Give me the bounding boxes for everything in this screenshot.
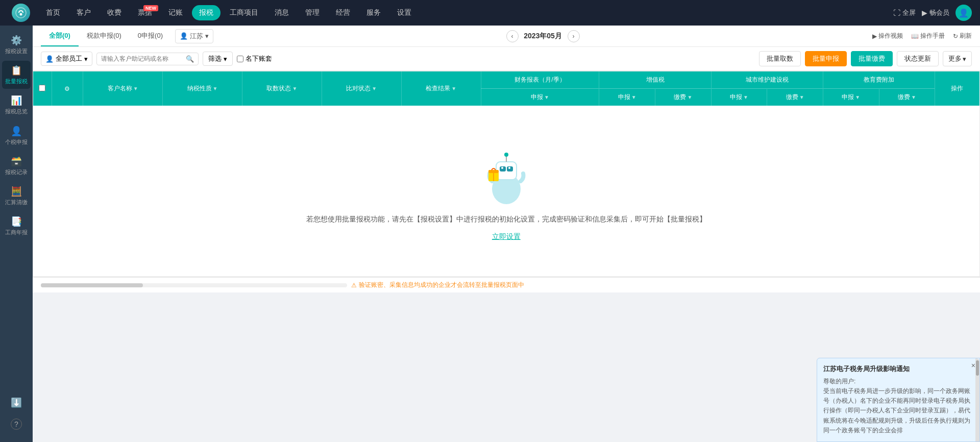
- nav-billing[interactable]: 收费: [100, 5, 129, 20]
- tab-zero-declaration[interactable]: 0申报(0): [130, 26, 171, 46]
- vip-button[interactable]: ▶ 畅会员: [922, 8, 949, 17]
- notification-panel: × 江苏电子税务局升级影响通知 尊敬的用户: 受当前电子税务局进一步升级的影响，…: [817, 358, 980, 442]
- th-financial-declare: 申报 ▼: [481, 89, 599, 106]
- notification-scroll-thumb: [976, 360, 979, 376]
- more-icon: ▾: [963, 55, 966, 63]
- region-selector[interactable]: 👤 江苏 ▾: [175, 29, 213, 43]
- sidebar-download[interactable]: ⬇️: [2, 393, 31, 412]
- search-input[interactable]: [101, 55, 184, 62]
- nav-operation[interactable]: 经营: [329, 5, 357, 20]
- download-icon: ⬇️: [11, 397, 22, 408]
- status-warning: ⚠ 验证账密、采集信息均成功的企业才会流转至批量报税页面中: [351, 281, 524, 289]
- th-fetch-status: 取数状态 ▼: [242, 71, 322, 106]
- annual-report-icon: 📑: [11, 216, 22, 227]
- employee-selector[interactable]: 👤 全部员工 ▾: [41, 52, 92, 66]
- sidebar-item-tax-settings[interactable]: ⚙️ 报税设置: [2, 31, 31, 59]
- batch-declare-button[interactable]: 批量申报: [805, 51, 847, 66]
- svg-point-7: [508, 167, 510, 169]
- batch-fetch-button[interactable]: 批量取数: [759, 51, 801, 66]
- video-link[interactable]: ▶ 操作视频: [872, 32, 903, 40]
- sidebar-help[interactable]: ?: [2, 414, 31, 434]
- th-financial-report: 财务报表（月/季）: [481, 71, 599, 89]
- tab-all[interactable]: 全部(0): [41, 26, 79, 46]
- person-icon: 👤: [180, 32, 188, 40]
- main-table: ⚙ 客户名称 ▼ 纳税性质 ▼: [33, 71, 979, 277]
- user-icon: 👤: [45, 55, 54, 63]
- avatar-icon: 👤: [959, 8, 969, 18]
- th-customer-name: 客户名称 ▼: [83, 71, 163, 106]
- sidebar-item-tax-summary[interactable]: 📊 报税总览: [2, 91, 31, 119]
- sort-icon-fin-declare: ▼: [544, 94, 549, 100]
- nav-management[interactable]: 管理: [298, 5, 327, 20]
- th-vat-pay: 缴费 ▼: [655, 89, 712, 106]
- nav-service[interactable]: 服务: [359, 5, 388, 20]
- th-city-pay: 缴费 ▼: [767, 89, 823, 106]
- nav-accounting[interactable]: 记账: [161, 5, 190, 20]
- name-account-check[interactable]: [237, 56, 243, 62]
- sidebar-item-personal-tax[interactable]: 👤 个税申报: [2, 121, 31, 150]
- name-account-checkbox[interactable]: 名下账套: [237, 54, 272, 63]
- sort-icon-vat-pay: ▼: [687, 94, 692, 100]
- tax-settings-icon: ⚙️: [11, 35, 22, 46]
- nav-message[interactable]: 消息: [267, 5, 296, 20]
- data-table-wrap: ⚙ 客户名称 ▼ 纳税性质 ▼: [33, 71, 980, 277]
- sort-icon-taxtype: ▼: [213, 86, 218, 91]
- prev-month-button[interactable]: ‹: [506, 30, 519, 42]
- main-layout: ⚙️ 报税设置 📋 批量报税 📊 报税总览 👤 个税申报 🗃️ 报税记录 🧮 汇…: [0, 26, 980, 442]
- warning-icon: ⚠: [351, 282, 357, 289]
- sidebar-item-annual-report[interactable]: 📑 工商年报: [2, 212, 31, 240]
- sort-icon-city-declare: ▼: [743, 94, 748, 100]
- main-content-area: 全部(0) 税款申报(0) 0申报(0) 👤 江苏 ▾ ‹ 2023年05月 ›: [33, 26, 980, 442]
- book-icon: 📖: [911, 33, 919, 40]
- tax-summary-icon: 📊: [11, 95, 22, 106]
- notification-close-button[interactable]: ×: [971, 361, 975, 370]
- batch-pay-button[interactable]: 批量缴费: [851, 51, 893, 66]
- status-update-button[interactable]: 状态更新: [897, 51, 939, 66]
- fullscreen-button[interactable]: ⛶ 全屏: [893, 8, 916, 17]
- select-all-checkbox[interactable]: [39, 85, 45, 91]
- more-button[interactable]: 更多 ▾: [943, 51, 972, 66]
- tab-bar-left: 全部(0) 税款申报(0) 0申报(0) 👤 江苏 ▾: [41, 26, 213, 46]
- scroll-track[interactable]: [41, 283, 347, 287]
- sidebar-label-personal-tax: 个税申报: [5, 139, 28, 145]
- video-icon: ▶: [872, 33, 877, 40]
- robot-illustration: [473, 140, 540, 207]
- sidebar-label-tax-record: 报税记录: [5, 169, 28, 176]
- sort-icon-checkresult: ▼: [451, 86, 456, 91]
- th-vat-declare: 申报 ▼: [599, 89, 655, 106]
- sidebar-item-tax-record[interactable]: 🗃️ 报税记录: [2, 152, 31, 180]
- th-checkbox: [33, 71, 52, 106]
- nav-customer[interactable]: 客户: [69, 5, 98, 20]
- setup-link[interactable]: 立即设置: [492, 232, 521, 241]
- nav-industry[interactable]: 工商项目: [223, 5, 265, 20]
- nav-tax[interactable]: 报税: [192, 5, 220, 20]
- sidebar-item-settlement[interactable]: 🧮 汇算清缴: [2, 182, 31, 210]
- nav-invoice[interactable]: 票据 NEW: [131, 5, 159, 20]
- new-badge: NEW: [143, 5, 158, 11]
- nav-settings[interactable]: 设置: [390, 5, 419, 20]
- current-month: 2023年05月: [523, 32, 564, 41]
- sort-icon-city-pay: ▼: [799, 94, 804, 100]
- toolbar: 👤 全部员工 ▾ 🔍 筛选 ▾ 名下账套 批量取数 批量申报 批量缴费 状态更新: [33, 47, 980, 71]
- refresh-button[interactable]: ↻ 刷新: [953, 32, 972, 40]
- notification-title: 江苏电子税务局升级影响通知: [823, 364, 973, 374]
- nav-home[interactable]: 首页: [39, 5, 67, 20]
- settlement-icon: 🧮: [11, 186, 22, 197]
- tab-tax-declaration[interactable]: 税款申报(0): [79, 26, 130, 46]
- th-city-construction: 城市维护建设税: [711, 71, 823, 89]
- empty-state-cell: 若您想使用批量报税功能，请先在【报税设置】中进行报税的初始化设置，完成密码验证和…: [33, 106, 979, 277]
- next-month-button[interactable]: ›: [568, 30, 580, 42]
- scroll-thumb: [41, 283, 143, 287]
- sidebar-item-batch-tax[interactable]: 📋 批量报税: [2, 61, 31, 89]
- th-edu-declare: 申报 ▼: [823, 89, 879, 106]
- th-operations: 操作: [935, 71, 979, 106]
- manual-link[interactable]: 📖 操作手册: [911, 32, 945, 40]
- th-vat: 增值税: [599, 71, 711, 89]
- filter-button[interactable]: 筛选 ▾: [203, 52, 233, 66]
- user-avatar[interactable]: 👤: [955, 5, 972, 21]
- chevron-down-icon: ▾: [205, 32, 209, 40]
- tab-bar: 全部(0) 税款申报(0) 0申报(0) 👤 江苏 ▾ ‹ 2023年05月 ›: [33, 26, 980, 47]
- sort-icon-edu-declare: ▼: [855, 94, 860, 100]
- sort-icon-comparestatus: ▼: [372, 86, 377, 91]
- notification-scroll[interactable]: [975, 358, 979, 441]
